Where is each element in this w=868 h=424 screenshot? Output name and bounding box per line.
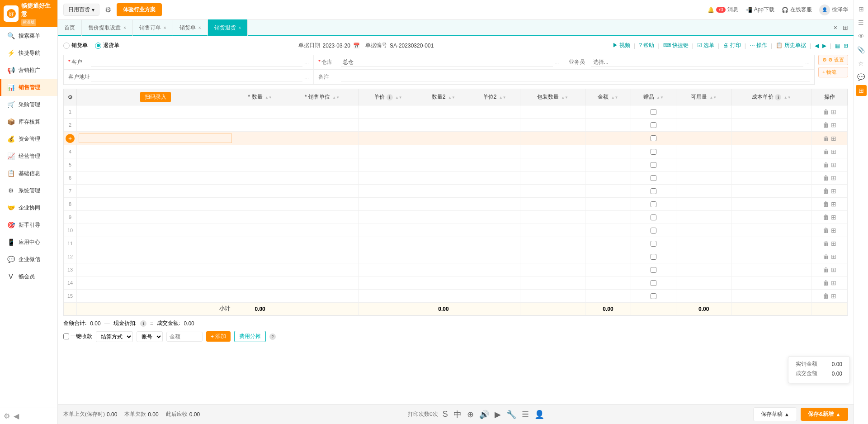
notification-btn[interactable]: 🔔 70 消息 [708, 6, 738, 14]
amount-sort[interactable]: ▲▼ [611, 95, 618, 100]
warehouse-input[interactable] [341, 58, 552, 67]
online-service-btn[interactable]: 🎧 在线客服 [782, 6, 812, 14]
tab-close-sales-order[interactable]: × [164, 25, 166, 30]
sidebar-settings-btn[interactable]: ⚙ [4, 412, 10, 420]
right-panel-btn-7[interactable]: ⊞ [856, 85, 867, 96]
salesperson-lookup[interactable]: ... [805, 59, 810, 66]
prev-btn[interactable]: ◀ [815, 43, 819, 49]
customer-input[interactable] [91, 58, 302, 67]
sidebar-item-operations[interactable]: 📈 经营管理 [0, 148, 57, 165]
view-grid-btn[interactable]: ⊞ [844, 43, 848, 49]
copy-row-9[interactable]: ⊞ [830, 213, 837, 222]
toolbar-icon-2[interactable]: 中 [453, 408, 462, 421]
qty2-sort[interactable]: ▲▼ [448, 95, 455, 100]
one-click-payment-checkbox[interactable] [63, 333, 69, 339]
gift-checkbox-9[interactable] [651, 214, 656, 220]
right-panel-btn-2[interactable]: ☰ [856, 17, 867, 28]
copy-row-12[interactable]: ⊞ [830, 252, 837, 261]
view-list-btn[interactable]: ▦ [835, 43, 840, 49]
gift-checkbox-4[interactable] [651, 149, 656, 155]
copy-row-active[interactable]: ⊞ [830, 134, 837, 143]
sidebar-item-inventory[interactable]: 📦 库存核算 [0, 113, 57, 130]
gift-sort[interactable]: ▲▼ [656, 95, 664, 100]
delete-row-active[interactable]: 🗑 [822, 134, 830, 143]
gift-checkbox-12[interactable] [651, 254, 656, 260]
delete-row-14[interactable]: 🗑 [822, 278, 830, 287]
tab-close-price-settings[interactable]: × [123, 25, 126, 30]
tab-home[interactable]: 首页 [58, 19, 82, 36]
copy-row-10[interactable]: ⊞ [830, 226, 837, 235]
copy-row-5[interactable]: ⊞ [830, 160, 837, 169]
sidebar-item-search[interactable]: 🔍 搜索菜单 [0, 27, 57, 44]
cost-sort[interactable]: ▲▼ [784, 95, 791, 100]
shortcut-btn[interactable]: ⌨ 快捷键 [663, 42, 689, 49]
sidebar-item-collab[interactable]: 🤝 企业协同 [0, 199, 57, 216]
delete-row-8[interactable]: 🗑 [822, 200, 830, 209]
gift-checkbox-6[interactable] [651, 175, 656, 181]
user-menu-btn[interactable]: 👤 徐泽华 [819, 5, 848, 15]
table-settings-icon[interactable]: ⚙ [64, 89, 77, 105]
sidebar-item-apps[interactable]: 📱 应用中心 [0, 233, 57, 251]
salesperson-input[interactable] [591, 58, 803, 67]
gift-checkbox-2[interactable] [651, 122, 656, 128]
right-panel-btn-1[interactable]: ⊞ [856, 4, 867, 14]
right-panel-btn-3[interactable]: 👁 [856, 31, 867, 42]
save-new-button[interactable]: 保存&新增 ▲ [801, 408, 848, 421]
unit-price-info[interactable]: ℹ [387, 94, 393, 100]
gift-checkbox-13[interactable] [651, 267, 656, 273]
delete-row-13[interactable]: 🗑 [822, 265, 830, 274]
gift-checkbox-7[interactable] [651, 188, 656, 194]
delete-row-6[interactable]: 🗑 [822, 173, 830, 182]
settings-icon-btn[interactable]: ⚙ [103, 4, 113, 16]
sidebar-collapse-btn[interactable]: ◀ [14, 412, 19, 420]
delete-row-12[interactable]: 🗑 [822, 252, 830, 261]
sidebar-item-sales[interactable]: 📊 销售管理 [0, 79, 57, 96]
addr-lookup[interactable]: ... [304, 74, 309, 81]
pack-sort[interactable]: ▲▼ [561, 95, 568, 100]
qty-sort[interactable]: ▲▼ [265, 95, 272, 100]
note-input[interactable] [341, 73, 810, 81]
right-panel-btn-4[interactable]: 📎 [856, 44, 867, 55]
gift-checkbox-8[interactable] [651, 201, 656, 207]
industry-selector[interactable]: 日用百货 ▾ [63, 4, 99, 16]
sidebar-item-shortcuts[interactable]: ⚡ 快捷导航 [0, 44, 57, 62]
radio-sales-slip[interactable]: 销货单 [63, 42, 88, 49]
delete-row-2[interactable]: 🗑 [822, 120, 830, 129]
save-draft-button[interactable]: 保存草稿 ▲ [753, 407, 797, 421]
sidebar-item-member[interactable]: V 畅会员 [0, 268, 57, 285]
video-btn[interactable]: ▶ 视频 [613, 42, 630, 49]
toolbar-icon-4[interactable]: 🔊 [478, 409, 490, 420]
unit-price-sort[interactable]: ▲▼ [395, 95, 402, 100]
logistics-side-btn[interactable]: + 物流 [818, 67, 848, 77]
delete-row-9[interactable]: 🗑 [822, 213, 830, 222]
toolbar-icon-1[interactable]: S [442, 409, 449, 420]
copy-row-15[interactable]: ⊞ [830, 291, 837, 300]
one-click-payment-label[interactable]: 一键收款 [63, 333, 92, 340]
warehouse-lookup[interactable]: ... [555, 59, 559, 66]
unit2-sort[interactable]: ▲▼ [499, 95, 506, 100]
delete-row-15[interactable]: 🗑 [822, 291, 830, 300]
toolbar-icon-3[interactable]: ⊕ [466, 409, 475, 420]
copy-row-14[interactable]: ⊞ [830, 278, 837, 287]
tab-sales-order[interactable]: 销售订单 × [133, 19, 173, 36]
delete-row-4[interactable]: 🗑 [822, 147, 830, 156]
available-sort[interactable]: ▲▼ [709, 95, 717, 100]
gift-checkbox-14[interactable] [651, 280, 656, 286]
right-panel-btn-6[interactable]: 💬 [856, 71, 867, 82]
gift-checkbox-11[interactable] [651, 241, 656, 247]
copy-row-1[interactable]: ⊞ [830, 107, 837, 116]
sidebar-item-system[interactable]: ⚙ 系统管理 [0, 182, 57, 199]
copy-row-7[interactable]: ⊞ [830, 186, 837, 195]
cash-discount-info[interactable]: ℹ [140, 320, 146, 327]
calendar-icon[interactable]: 📅 [353, 43, 360, 49]
tab-sales-slip[interactable]: 销货单 × [173, 19, 208, 36]
scan-input-btn[interactable]: 扫码录入 [140, 92, 171, 102]
settings-side-btn[interactable]: ⚙ ⚙ 设置 [818, 55, 848, 65]
tab-layout-btn[interactable]: ⊞ [841, 22, 850, 33]
gift-checkbox-active[interactable] [651, 135, 656, 141]
toolbar-icon-5[interactable]: ▶ [494, 409, 502, 420]
cost-unit-info[interactable]: ℹ [775, 94, 781, 100]
delete-row-1[interactable]: 🗑 [822, 107, 830, 116]
experience-button[interactable]: 体验行业方案 [117, 3, 162, 16]
gift-checkbox-15[interactable] [651, 293, 656, 299]
